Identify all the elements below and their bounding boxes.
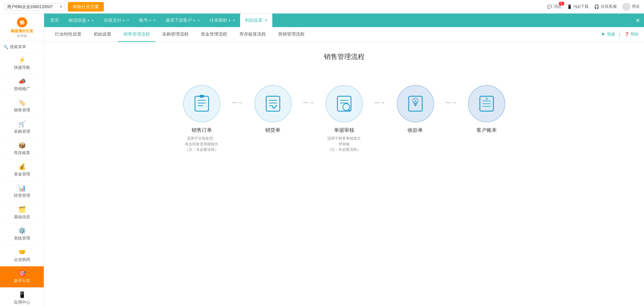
nav-tab-period[interactable]: 往来期初 ▾ ✕ bbox=[205, 14, 240, 27]
finance-icon: 💰 bbox=[18, 163, 26, 170]
arrow-dots-icon: ---→ bbox=[232, 99, 243, 106]
flow-step-sales-slip[interactable]: 销货单 bbox=[246, 85, 300, 136]
sidebar-item-quick[interactable]: ⚡ 快捷导航 bbox=[0, 53, 44, 74]
nav-tab-label: 初始设置 bbox=[245, 17, 262, 23]
message-badge: 6 bbox=[559, 2, 564, 5]
nav-tab-payment[interactable]: 在线支付 ▾ ✕ bbox=[99, 14, 134, 27]
user-avatar-btn[interactable]: 用友 bbox=[622, 3, 640, 11]
svg-rect-7 bbox=[266, 96, 280, 111]
layout: 畅 畅捷通好生意 标准版 🔍 搜索菜单 ⚡ 快捷导航 📣 营销推广 🏷️ 销售管… bbox=[0, 14, 644, 307]
basicinfo-icon: 🗂️ bbox=[18, 206, 26, 213]
sub-tab-finance-flow[interactable]: 资金管理流程 bbox=[195, 27, 233, 42]
sidebar-item-sales[interactable]: 🏷️ 销售管理 bbox=[0, 96, 44, 117]
system-icon: ⚙️ bbox=[18, 227, 26, 234]
flow-step-desc: 适用于分批发货、有合同发货周期较长（注：非必要流程） bbox=[185, 136, 218, 152]
flow-step-ledger[interactable]: ¥ 客户账本 bbox=[460, 85, 514, 136]
flow-step-name: 收款单 bbox=[408, 127, 423, 134]
user-select-wrap[interactable]: 用户690企业1660120507 bbox=[4, 3, 65, 11]
nav-tab-label: 首页 bbox=[50, 17, 59, 23]
sidebar-item-system[interactable]: ⚙️ 系统管理 bbox=[0, 224, 44, 245]
guide-icon: 🎯 bbox=[18, 270, 26, 277]
message-icon: 💬 bbox=[547, 4, 552, 9]
sidebar-item-purchase[interactable]: 🛒 采购管理 bbox=[0, 117, 44, 138]
svg-text:¥: ¥ bbox=[485, 97, 488, 101]
headset-icon: 🎧 bbox=[594, 4, 599, 9]
sales-slip-icon bbox=[263, 94, 283, 114]
sub-tab-sales-flow[interactable]: 销售管理流程 bbox=[118, 27, 155, 42]
svg-text:¥: ¥ bbox=[414, 99, 416, 103]
play-icon: ▶ bbox=[602, 32, 606, 37]
flow-step-receipt[interactable]: ¥ ¥ 收款单 bbox=[388, 85, 443, 136]
sidebar: 畅 畅捷通好生意 标准版 🔍 搜索菜单 ⚡ 快捷导航 📣 营销推广 🏷️ 销售管… bbox=[0, 14, 44, 307]
online-service-btn[interactable]: 🎧 在线客服 bbox=[594, 4, 617, 9]
sidebar-label: 应用中心 bbox=[14, 300, 30, 305]
sub-tab-marketing-flow[interactable]: 营销管理流程 bbox=[273, 27, 310, 42]
nav-tab-close[interactable]: ✕ bbox=[91, 18, 94, 23]
svg-rect-6 bbox=[200, 95, 204, 98]
sub-tab-purchase-flow[interactable]: 采购管理流程 bbox=[157, 27, 194, 42]
sidebar-item-basic-info[interactable]: 🗂️ 基础信息 bbox=[0, 202, 44, 224]
flow-step-name: 销货单 bbox=[265, 127, 280, 134]
sidebar-label: 库存核算 bbox=[14, 150, 30, 156]
flow-step-sales-order[interactable]: 销售订单 适用于分批发货、有合同发货周期较长（注：非必要流程） bbox=[175, 85, 229, 152]
nav-tab-label: 邀请下游客户 bbox=[165, 17, 192, 23]
sidebar-label: 新手引导 bbox=[14, 278, 30, 284]
search-label: 搜索菜单 bbox=[10, 44, 26, 50]
sub-tab-industry[interactable]: 行业特性设置 bbox=[50, 27, 87, 42]
flow-step-audit[interactable]: 单据审核 适用于财务审核或主管审核（注：非必要流程） bbox=[317, 85, 371, 152]
quick-icon: ⚡ bbox=[18, 56, 26, 64]
sidebar-item-guide[interactable]: 🎯 新手引导 bbox=[0, 266, 44, 288]
flow-circle-sales-order bbox=[183, 85, 220, 122]
flow-step-name: 客户账本 bbox=[476, 127, 497, 134]
operations-icon: 📊 bbox=[18, 184, 26, 192]
top-bar-right: 💬 6 消息 📱 App下载 🎧 在线客服 用友 bbox=[547, 3, 640, 11]
nav-tab-close[interactable]: ✕ bbox=[153, 18, 156, 23]
nav-tab-logistics[interactable]: 物流快递 ▾ ✕ bbox=[64, 14, 99, 27]
search-icon: 🔍 bbox=[3, 45, 8, 49]
inventory-icon: 📦 bbox=[18, 142, 26, 149]
nav-tabs: 首页 物流快递 ▾ ✕ 在线支付 ▾ ✕ 账号 ▾ ✕ 邀请下游客户 ▾ ✕ bbox=[44, 14, 644, 27]
nav-tab-close[interactable]: ✕ bbox=[126, 18, 130, 23]
message-btn[interactable]: 💬 6 消息 bbox=[547, 4, 562, 9]
sidebar-logo: 畅 畅捷通好生意 标准版 bbox=[0, 14, 44, 41]
sub-tabs: 行业特性设置 初始设置 销售管理流程 采购管理流程 资金管理流程 库存核算流程 … bbox=[44, 27, 644, 42]
flow-arrow-4: ---→ bbox=[443, 85, 460, 106]
logo-icon: 畅 bbox=[17, 17, 27, 28]
nav-tab-initial[interactable]: 初始设置 ✕ bbox=[240, 14, 272, 27]
nav-tab-arrow: ▾ bbox=[229, 19, 230, 22]
sales-order-icon bbox=[192, 94, 212, 114]
user-select[interactable]: 用户690企业1660120507 bbox=[4, 3, 65, 11]
sidebar-item-marketing[interactable]: 📣 营销推广 bbox=[0, 74, 44, 96]
help-icon: ❓ bbox=[624, 32, 629, 37]
video-btn[interactable]: ▶ 视频 bbox=[602, 32, 615, 37]
flow-circle-audit bbox=[326, 85, 363, 122]
receipt-icon: ¥ ¥ bbox=[405, 94, 426, 114]
nav-tab-invite[interactable]: 邀请下游客户 ▾ ✕ bbox=[161, 14, 205, 27]
nav-tab-close[interactable]: ✕ bbox=[197, 18, 200, 23]
sidebar-item-finance[interactable]: 💰 资金管理 bbox=[0, 160, 44, 181]
download-icon: 📱 bbox=[567, 4, 572, 9]
nav-tab-arrow: ▾ bbox=[193, 19, 195, 22]
sidebar-search[interactable]: 🔍 搜索菜单 bbox=[0, 41, 44, 53]
sidebar-item-app-center[interactable]: 📱 应用中心 bbox=[0, 288, 44, 307]
sidebar-label: 经营管理 bbox=[14, 193, 30, 199]
help-btn[interactable]: ❓ 帮助 bbox=[624, 32, 639, 37]
nav-tab-home[interactable]: 首页 bbox=[45, 14, 64, 27]
sales-icon: 🏷️ bbox=[18, 99, 26, 106]
sidebar-item-enterprise[interactable]: 🤝 企业协同 bbox=[0, 245, 44, 266]
arrow-dots-icon: ---→ bbox=[374, 99, 385, 106]
trial-button[interactable]: 体验行业方案 bbox=[68, 2, 104, 12]
flow-step-name: 销售订单 bbox=[192, 127, 212, 134]
app-download-btn[interactable]: 📱 App下载 bbox=[567, 4, 589, 9]
logo-text: 畅捷通好生意 bbox=[11, 28, 33, 34]
nav-tab-account[interactable]: 账号 ▾ ✕ bbox=[134, 14, 161, 27]
nav-tab-close[interactable]: ✕ bbox=[232, 18, 235, 23]
sidebar-item-operations[interactable]: 📊 经营管理 bbox=[0, 181, 44, 202]
sidebar-item-inventory[interactable]: 📦 库存核算 bbox=[0, 138, 44, 160]
nav-tab-close[interactable]: ✕ bbox=[265, 18, 268, 23]
sub-tab-initial[interactable]: 初始设置 bbox=[88, 27, 117, 42]
sub-tab-inventory-flow[interactable]: 库存核算流程 bbox=[234, 27, 271, 42]
audit-icon bbox=[334, 94, 354, 114]
ledger-icon: ¥ bbox=[476, 94, 497, 114]
nav-close-all-btn[interactable]: ✕ bbox=[633, 17, 643, 24]
